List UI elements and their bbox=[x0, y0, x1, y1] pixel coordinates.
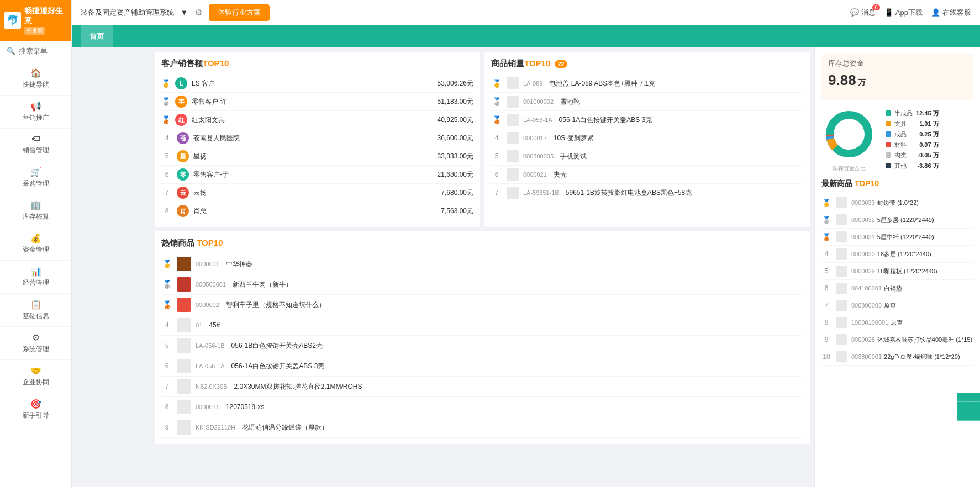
sales-icon: 🏷 bbox=[31, 134, 40, 144]
online-service-btn[interactable]: 👤 在线客服 bbox=[931, 8, 971, 18]
product-sales-row[interactable]: 4 0000017 10S 变刹罗紧 bbox=[491, 129, 803, 147]
new-product-img bbox=[836, 300, 847, 311]
sidebar-item-operations[interactable]: 📊 经营管理 bbox=[0, 261, 71, 294]
customer-avatar: L bbox=[175, 77, 187, 89]
customer-row[interactable]: 5 星 星扬 33,333.00元 bbox=[161, 147, 473, 166]
product-img bbox=[507, 114, 519, 126]
medal-icon: 🥈 bbox=[821, 216, 831, 224]
inventory-amount: 9.88 bbox=[828, 72, 856, 88]
online-service-label: 在线客服 bbox=[942, 8, 971, 18]
hot-product-row[interactable]: 4 01 45# bbox=[161, 315, 803, 336]
new-product-row[interactable]: 🥉 00000315厘中纤 (1220*2440) bbox=[821, 229, 973, 246]
product-sales-row[interactable]: 🥉 LA-056-1A 056-1A白色按键开关盖ABS 3克 bbox=[491, 111, 803, 129]
customer-row[interactable]: 8 肖 肖总 7,563.00元 bbox=[161, 202, 473, 220]
product-thumbnail bbox=[177, 298, 191, 312]
new-product-row[interactable]: 8 10000100001原查 bbox=[821, 314, 973, 331]
legend-item: 文具 1.01 万 bbox=[886, 120, 939, 128]
float-btn-live[interactable]: 直播 bbox=[957, 411, 980, 421]
product-name: 59651-1B旋转投影灯电池盒ABS黑色+58克 bbox=[566, 188, 803, 198]
new-product-img bbox=[836, 283, 847, 294]
customer-row[interactable]: 🥈 零 零售客户-许 51,183.00元 bbox=[161, 93, 473, 111]
hot-product-row[interactable]: 🥉 0000002 智利车子里（规格不知道填什么） bbox=[161, 295, 803, 315]
sidebar-item-purchase[interactable]: 🛒 采购管理 bbox=[0, 161, 71, 194]
middle-panel: 客户销售额TOP10 🥇 L LS 客户 53,006.26元 🥈 零 零售客户… bbox=[150, 47, 814, 487]
guide-icon: 🎯 bbox=[30, 399, 41, 409]
search-menu[interactable]: 🔍 搜索菜单 bbox=[0, 41, 71, 62]
customer-row[interactable]: 🥉 红 红太阳文具 40,925.00元 bbox=[161, 111, 473, 129]
new-product-img bbox=[836, 231, 847, 242]
new-product-row[interactable]: 🥈 00000325厘多层 (1220*2440) bbox=[821, 211, 973, 229]
sidebar-item-sales[interactable]: 🏷 销售管理 bbox=[0, 129, 71, 161]
product-sales-row[interactable]: 7 LA-59651-1B 59651-1B旋转投影灯电池盒ABS黑色+58克 bbox=[491, 184, 803, 202]
sidebar-item-finance[interactable]: 💰 资金管理 bbox=[0, 227, 71, 261]
customer-amount: 40,925.00元 bbox=[438, 115, 473, 125]
legend-name: 半成品 bbox=[894, 109, 913, 118]
purchase-icon: 🛒 bbox=[30, 167, 41, 177]
hot-product-row[interactable]: 9 KK-SD22110H 花语萌俏温分罐罐袋（厚款） bbox=[161, 417, 803, 438]
operations-icon: 📊 bbox=[30, 266, 41, 277]
product-sales-row[interactable]: 6 0000021 夹壳 bbox=[491, 166, 803, 184]
messages-btn[interactable]: 💬 消息 6 bbox=[850, 8, 876, 18]
rank-number: 7 bbox=[161, 189, 172, 197]
medal-icon: 🥇 bbox=[821, 199, 831, 207]
rank-number: 9 bbox=[821, 336, 831, 343]
customer-row[interactable]: 7 云 云扬 7,680.00元 bbox=[161, 184, 473, 202]
new-product-row[interactable]: 4 000003018多层 (1220*2440) bbox=[821, 246, 973, 263]
sidebar-item-marketing[interactable]: 📢 营销推广 bbox=[0, 96, 71, 129]
new-product-row[interactable]: 6 004100001白钢垫 bbox=[821, 280, 973, 297]
inventory-unit: 万 bbox=[858, 78, 866, 87]
app-logo[interactable]: 🐬 畅捷通好生意 标准版 bbox=[0, 0, 71, 41]
hot-product-row[interactable]: 8 0000011 12070519-xs bbox=[161, 397, 803, 417]
donut-chart: 库存资金占比 bbox=[821, 107, 877, 172]
customer-row[interactable]: 6 零 零售客户-于 21,680.00元 bbox=[161, 166, 473, 184]
right-panel: 库存总资金 9.88 万 bbox=[814, 47, 980, 487]
sidebar-item-basic-info[interactable]: 📋 基础信息 bbox=[0, 294, 71, 327]
sidebar-item-cooperation[interactable]: 🤝 企业协同 bbox=[0, 360, 71, 393]
new-product-row[interactable]: 9 0000028体城嘉枚味苏打饮品400毫升 (1*15) bbox=[821, 331, 973, 348]
new-product-code: 0000029 bbox=[851, 268, 875, 274]
inventory-chart: 库存资金占比 半成品 12.45 万 文具 1.01 万 成品 0.25 万 材… bbox=[821, 107, 973, 172]
new-product-code: 0000032 bbox=[851, 216, 875, 223]
new-product-row[interactable]: 🥇 0000033封边带 (1.0*22) bbox=[821, 194, 973, 211]
product-img bbox=[507, 187, 519, 199]
system-title: 装备及固定资产辅助管理系统 bbox=[81, 8, 174, 18]
sidebar-item-quicknav[interactable]: 🏠 快捷导航 bbox=[0, 62, 71, 96]
customer-row[interactable]: 4 苍 苍南县人民医院 36,600.00元 bbox=[161, 129, 473, 147]
product-code: 0000011 bbox=[196, 404, 219, 410]
tab-home[interactable]: 首页 bbox=[81, 25, 113, 47]
product-thumbnail bbox=[177, 359, 191, 373]
rank-number: 4 bbox=[161, 321, 172, 329]
medal-icon: 🥉 bbox=[821, 233, 831, 241]
product-sales-row[interactable]: 🥇 LA-089 电池盖 LA-089 ABS本色+黑种 7.1克 bbox=[491, 75, 803, 93]
hot-product-row[interactable]: 5 LA-056-1B 056-1B白色按键开关壳ABS2壳 bbox=[161, 336, 803, 356]
product-sales-row[interactable]: 5 000800005 手机测试 bbox=[491, 147, 803, 166]
product-sales-row[interactable]: 🥈 001000002 雪地靴 bbox=[491, 93, 803, 111]
rank-number: 5 bbox=[821, 267, 831, 275]
new-product-row[interactable]: 5 000002918颗粒板 (1220*2440) bbox=[821, 263, 973, 280]
legend-item: 半成品 12.45 万 bbox=[886, 109, 939, 118]
customer-avatar: 红 bbox=[175, 114, 187, 126]
trial-btn[interactable]: 体验行业方案 bbox=[209, 4, 270, 21]
product-name: 2.0X30MM双搓花轴.搓花直径2.1MM/ROHS bbox=[234, 382, 803, 391]
sidebar-item-inventory[interactable]: 🏢 库存核算 bbox=[0, 194, 71, 227]
hot-product-row[interactable]: 🥇 0000001 中华神器 bbox=[161, 254, 803, 274]
settings-icon[interactable]: ⚙ bbox=[194, 7, 202, 18]
float-btn-community[interactable]: 服务社区 bbox=[957, 402, 980, 411]
sidebar-item-guide[interactable]: 🎯 新手引导 bbox=[0, 393, 71, 426]
sidebar-item-system[interactable]: ⚙ 系统管理 bbox=[0, 327, 71, 360]
app-download-btn[interactable]: 📱 App下载 bbox=[884, 8, 923, 18]
customer-row[interactable]: 🥇 L LS 客户 53,006.26元 bbox=[161, 75, 473, 93]
hot-product-row[interactable]: 6 LA-056-1A 056-1A白色按键开关盖ABS 3壳 bbox=[161, 356, 803, 377]
system-dropdown-btn[interactable]: ▼ bbox=[181, 8, 188, 17]
float-btn-service[interactable]: 客服热线 bbox=[957, 393, 980, 402]
sidebar-item-basic-info-label: 基础信息 bbox=[23, 311, 49, 321]
new-product-code: 003800001 bbox=[851, 353, 882, 360]
hot-product-row[interactable]: 7 NB2.0X30B 2.0X30MM双搓花轴.搓花直径2.1MM/ROHS bbox=[161, 377, 803, 397]
new-product-row[interactable]: 7 000800008原查 bbox=[821, 297, 973, 314]
rank-number: 5 bbox=[491, 152, 502, 160]
hot-product-row[interactable]: 🥈 000500001 新西兰牛肉（新牛） bbox=[161, 274, 803, 295]
new-product-row[interactable]: 10 00380000122g鱼豆腐-烧烤味 (1*12*20) bbox=[821, 348, 973, 366]
product-code: LA-089 bbox=[523, 80, 542, 87]
legend-item: 肉类 -0.05 万 bbox=[886, 151, 939, 160]
customer-name: 苍南县人民医院 bbox=[193, 134, 433, 143]
